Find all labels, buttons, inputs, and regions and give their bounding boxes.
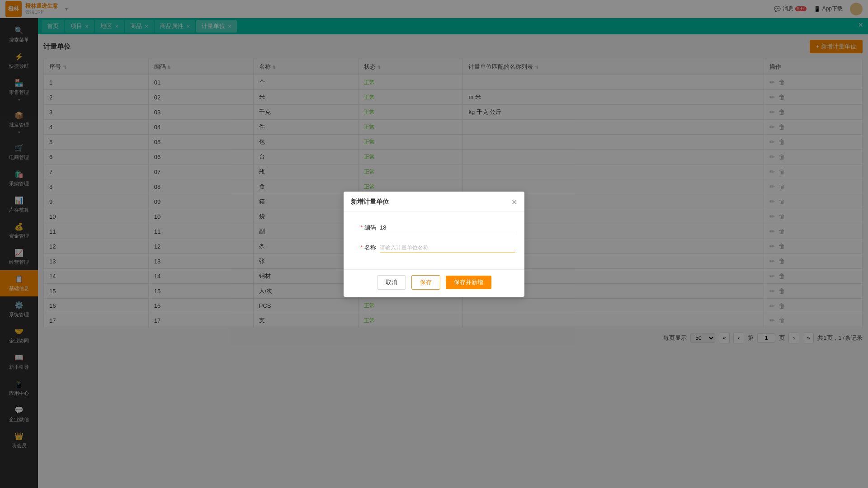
add-unit-dialog: 新增计量单位 ✕ * 编码 * 名称 取消 保存 保存并新增 xyxy=(344,192,524,297)
dialog-overlay[interactable]: 新增计量单位 ✕ * 编码 * 名称 取消 保存 保存并新增 xyxy=(0,0,868,488)
code-input[interactable] xyxy=(380,222,515,233)
dialog-title: 新增计量单位 xyxy=(351,198,389,206)
save-button[interactable]: 保存 xyxy=(411,275,440,290)
form-name-row: * 名称 xyxy=(353,242,515,253)
code-label: * 编码 xyxy=(353,224,380,232)
required-mark: * xyxy=(360,224,363,231)
dialog-footer: 取消 保存 保存并新增 xyxy=(344,269,524,297)
form-code-row: * 编码 xyxy=(353,222,515,233)
name-label: * 名称 xyxy=(353,244,380,252)
save-and-new-button[interactable]: 保存并新增 xyxy=(446,276,491,289)
dialog-header: 新增计量单位 ✕ xyxy=(344,192,524,211)
dialog-body: * 编码 * 名称 xyxy=(344,211,524,269)
cancel-button[interactable]: 取消 xyxy=(377,275,406,290)
dialog-close-btn[interactable]: ✕ xyxy=(511,198,517,206)
name-input[interactable] xyxy=(380,242,515,253)
required-mark: * xyxy=(360,244,363,251)
